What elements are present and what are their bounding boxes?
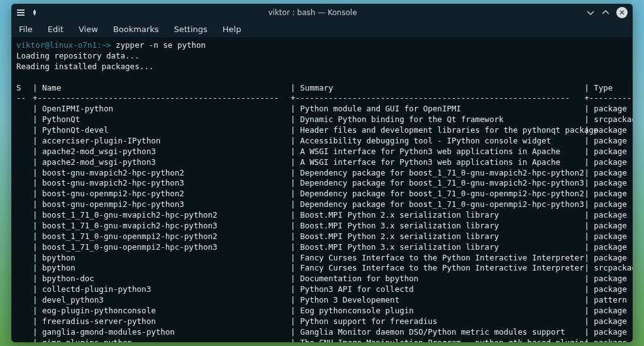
pkg-name: bpython bbox=[42, 263, 291, 274]
pkg-type: srcpackage bbox=[594, 114, 633, 125]
pkg-type: package bbox=[594, 168, 628, 179]
pkg-summary: Python module and GUI for OpenIPMI bbox=[300, 104, 584, 114]
table-row: | boost_1_71_0-gnu-mvapich2-hpc-python2|… bbox=[16, 210, 628, 221]
pkg-summary: The GNU Image Manipulation Program - pyt… bbox=[300, 338, 584, 343]
pkg-name: freeradius-server-python bbox=[42, 316, 291, 327]
pkg-summary: A WSGI interface for Python3 web applica… bbox=[300, 147, 584, 157]
pkg-summary: Ganglia Monitor daemon DSO/Python metric… bbox=[300, 327, 584, 338]
terminal-output[interactable]: viktor@linux-o7n1:~> zypper -n se python… bbox=[11, 38, 633, 342]
loading-line-2: Reading installed packages... bbox=[16, 62, 153, 71]
pkg-name: accerciser-plugin-IPython bbox=[42, 136, 291, 147]
prompt-sep: :~> bbox=[97, 40, 116, 50]
pkg-summary: Fancy Curses Interface to the Python Int… bbox=[300, 263, 584, 274]
pkg-name: boost-gnu-openmpi2-hpc-python2 bbox=[42, 189, 291, 199]
pkg-type: package bbox=[594, 199, 628, 210]
app-menu-icon[interactable] bbox=[16, 8, 25, 17]
maximize-icon[interactable] bbox=[601, 8, 610, 17]
col-header-name: Name bbox=[42, 83, 291, 94]
pkg-summary: Dynamic Python binding for the Qt framew… bbox=[300, 114, 584, 125]
table-row: | accerciser-plugin-IPython| Accessibili… bbox=[16, 136, 628, 147]
titlebar-right-icons: ✕ bbox=[586, 7, 628, 18]
table-row: | OpenIPMI-python| Python module and GUI… bbox=[16, 104, 628, 114]
loading-line-1: Loading repository data... bbox=[16, 51, 140, 60]
table-row: | apache2-mod_wsgi-python3| A WSGI inter… bbox=[16, 157, 628, 168]
pkg-type: package bbox=[594, 221, 628, 232]
pkg-summary: Dependency package for boost_1_71_0-gnu-… bbox=[300, 178, 584, 189]
col-header-s: S bbox=[16, 83, 33, 94]
pkg-type: package bbox=[594, 232, 628, 242]
pkg-type: package bbox=[594, 210, 628, 221]
command-text: zypper -n se python bbox=[116, 40, 206, 50]
pkg-type: package bbox=[594, 284, 628, 295]
pkg-type: package bbox=[594, 104, 628, 114]
menu-help[interactable]: Help bbox=[223, 25, 242, 34]
pkg-name: boost_1_71_0-gnu-mvapich2-hpc-python3 bbox=[42, 221, 291, 232]
menu-bookmarks[interactable]: Bookmarks bbox=[113, 25, 159, 34]
pkg-name: boost_1_71_0-gnu-openmpi2-hpc-python2 bbox=[42, 232, 291, 242]
titlebar-left-icons bbox=[16, 8, 39, 17]
table-row: | ganglia-gmond-modules-python| Ganglia … bbox=[16, 327, 628, 338]
pkg-summary: Python support for freeradius bbox=[300, 316, 584, 327]
pkg-name: collectd-plugin-python3 bbox=[42, 284, 291, 295]
menu-settings[interactable]: Settings bbox=[174, 25, 207, 34]
minimize-icon[interactable] bbox=[586, 8, 595, 17]
table-row: | gimp-plugins-python| The GNU Image Man… bbox=[16, 338, 628, 343]
menu-file[interactable]: File bbox=[19, 25, 33, 34]
table-row: | boost-gnu-mvapich2-hpc-python2| Depend… bbox=[16, 168, 628, 179]
table-row: | collectd-plugin-python3| Python3 API f… bbox=[16, 284, 628, 295]
pkg-name: devel_python3 bbox=[42, 295, 291, 306]
svg-rect-2 bbox=[17, 14, 25, 16]
pkg-name: PythonQt-devel bbox=[42, 125, 291, 136]
pkg-summary: Python3 API for collectd bbox=[300, 284, 584, 295]
table-row: | PythonQt-devel| Header files and devel… bbox=[16, 125, 628, 136]
pkg-name: ganglia-gmond-modules-python bbox=[42, 327, 291, 338]
svg-rect-1 bbox=[17, 12, 25, 13]
menu-view[interactable]: View bbox=[79, 25, 98, 34]
pkg-name: bpython-doc bbox=[42, 274, 291, 284]
pkg-summary: Eog pythonconsole plugin bbox=[300, 306, 584, 316]
pkg-name: boost_1_71_0-gnu-mvapich2-hpc-python2 bbox=[42, 210, 291, 221]
pkg-type: pattern bbox=[594, 295, 628, 306]
pkg-type: package bbox=[594, 316, 628, 327]
table-row: | bpython| Fancy Curses Interface to the… bbox=[16, 253, 628, 264]
window-titlebar[interactable]: viktor : bash — Konsole ✕ bbox=[11, 4, 633, 21]
pkg-type: package bbox=[594, 125, 628, 136]
pkg-summary: Accessibility debugging tool - IPython c… bbox=[300, 136, 584, 147]
pkg-summary: Boost.MPI Python 2.x serialization libra… bbox=[300, 232, 584, 242]
menubar: File Edit View Bookmarks Settings Help bbox=[11, 21, 633, 38]
table-row: | bpython-doc| Documentation for bpython… bbox=[16, 274, 628, 284]
pkg-summary: Dependency package for boost_1_71_0-gnu-… bbox=[300, 199, 584, 210]
table-row: | boost_1_71_0-gnu-openmpi2-hpc-python3|… bbox=[16, 242, 628, 253]
pkg-name: OpenIPMI-python bbox=[42, 104, 291, 114]
pkg-summary: Boost.MPI Python 3.x serialization libra… bbox=[300, 242, 584, 253]
pkg-type: package bbox=[594, 147, 628, 157]
pkg-type: package bbox=[594, 274, 628, 284]
pkg-summary: Header files and development libraries f… bbox=[300, 125, 584, 136]
pkg-summary: Dependency package for boost_1_71_0-gnu-… bbox=[300, 189, 584, 199]
menu-edit[interactable]: Edit bbox=[48, 25, 64, 34]
col-header-type: Type bbox=[594, 83, 628, 94]
pkg-summary: Python 3 Developement bbox=[300, 295, 584, 306]
pkg-type: package bbox=[594, 157, 628, 168]
svg-rect-0 bbox=[17, 9, 25, 11]
pkg-name: boost_1_71_0-gnu-openmpi2-hpc-python3 bbox=[42, 242, 291, 253]
pkg-name: gimp-plugins-python bbox=[42, 338, 291, 343]
pkg-type: package bbox=[594, 306, 628, 316]
table-row: | boost_1_71_0-gnu-openmpi2-hpc-python2|… bbox=[16, 232, 628, 242]
pkg-name: apache2-mod_wsgi-python3 bbox=[42, 147, 291, 157]
table-row: | PythonQt| Dynamic Python binding for t… bbox=[16, 114, 628, 125]
close-icon[interactable]: ✕ bbox=[616, 7, 628, 18]
pin-icon[interactable] bbox=[30, 8, 39, 17]
pkg-summary: Boost.MPI Python 3.x serialization libra… bbox=[300, 221, 584, 232]
pkg-summary: Documentation for bpython bbox=[300, 274, 584, 284]
pkg-type: package bbox=[594, 242, 628, 253]
pkg-type: package bbox=[594, 338, 628, 343]
table-divider: --+-------------------------------------… bbox=[16, 93, 628, 104]
table-row: | bpython| Fancy Curses Interface to the… bbox=[16, 263, 628, 274]
pkg-name: eog-plugin-pythonconsole bbox=[42, 306, 291, 316]
table-row: | boost-gnu-mvapich2-hpc-python3| Depend… bbox=[16, 178, 628, 189]
konsole-window: viktor : bash — Konsole ✕ File Edit View… bbox=[11, 4, 633, 342]
pkg-summary: Dependency package for boost_1_71_0-gnu-… bbox=[300, 168, 584, 179]
table-row: | devel_python3| Python 3 Developement| … bbox=[16, 295, 628, 306]
pkg-type: package bbox=[594, 136, 628, 147]
